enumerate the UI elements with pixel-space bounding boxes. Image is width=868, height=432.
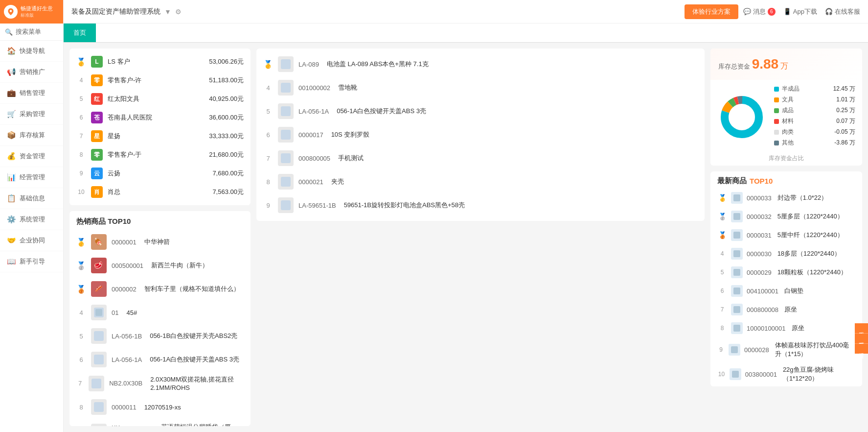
svg-rect-22 (731, 346, 738, 353)
middle-column: 🥇 LA-089 电池盖 LA-089 ABS本色+黑种 7.1克 4 0010… (256, 48, 705, 426)
np-img (731, 229, 743, 241)
svg-rect-19 (733, 288, 740, 294)
legend-item-other: 其他 -3.86 万 (774, 139, 855, 147)
float-btn-service[interactable]: 客服热线 (855, 323, 868, 334)
legend-item-meat: 肉类 -0.05 万 (774, 128, 855, 136)
sidebar-item-collab[interactable]: 🤝 企业协同 (0, 230, 63, 251)
product-image: 🥩 (91, 258, 107, 273)
list-item: 9 LA-59651-1B 59651-1B旋转投影灯电池盒ABS黑色+58壳 (256, 193, 705, 217)
svg-point-0 (10, 10, 12, 12)
table-row: 9 云 云扬 7,680.00元 (69, 164, 251, 183)
product-placeholder (278, 103, 294, 119)
svg-rect-23 (732, 371, 739, 378)
svg-rect-7 (95, 309, 102, 316)
message-action[interactable]: 💬 消息 6 (743, 7, 776, 16)
svg-text:🥩: 🥩 (94, 261, 103, 269)
svg-rect-17 (733, 250, 740, 257)
settings-icon[interactable]: ⚙ (175, 8, 182, 16)
customer-badge: 星 (91, 130, 103, 142)
logo-icon (4, 5, 18, 19)
list-item: 7 NB2.0X30B 2.0X30MM双搓花轴,搓花直径2.1MM/ROHS (69, 371, 251, 395)
sidebar: 畅捷通好生意 标准版 🔍 搜索菜单 🏠 快捷导航 📢 营销推广 💼 销售管理 🛒… (0, 0, 64, 432)
sidebar-item-system[interactable]: ⚙️ 系统管理 (0, 209, 63, 230)
float-buttons: 客服热线 服务社区 直播 (855, 323, 868, 354)
sidebar-item-basics[interactable]: 📋 基础信息 (0, 188, 63, 209)
hot-products-card: 热销商品 TOP10 🥇 🍖 0000001 中华神箭 🥈 🥩 (69, 211, 251, 426)
sidebar-item-operations[interactable]: 📊 经营管理 (0, 167, 63, 188)
np-img (731, 211, 743, 222)
list-item: 9 0000028 体帧嘉枝味苏打饮品400毫升（1*15） (710, 337, 862, 362)
product-rank-card: 🥇 LA-089 电池盖 LA-089 ABS本色+黑种 7.1克 4 0010… (256, 48, 705, 221)
product-image: 🍖 (91, 234, 107, 250)
sales-icon: 💼 (7, 89, 16, 97)
customer-badge: 红 (91, 93, 103, 105)
customer-badge: 苍 (91, 112, 103, 123)
dropdown-icon[interactable]: ▼ (164, 8, 171, 16)
np-img (731, 304, 743, 315)
svg-rect-15 (733, 213, 740, 220)
customer-rank-list: 🥇 L LS 客户 53,006.26元 4 零 零售客户-许 51,183.0… (69, 48, 251, 205)
list-item: 🥇 LA-089 电池盖 LA-089 ABS本色+黑种 7.1克 (256, 52, 705, 76)
headset-icon: 🎧 (825, 8, 833, 15)
main-content: 装备及固定资产辅助管理系统 ▼ ⚙ 体验行业方案 💬 消息 6 📱 App下载 … (64, 0, 868, 432)
list-item: 4 0000030 18多层（1220*2440） (710, 244, 862, 263)
svg-rect-14 (733, 194, 740, 201)
svg-point-13 (730, 105, 754, 129)
product-image: 🥓 (91, 281, 107, 297)
svg-rect-16 (733, 232, 740, 239)
sidebar-item-finance[interactable]: 💰 资金管理 (0, 146, 63, 167)
logo-text: 畅捷通好生意 标准版 (21, 5, 53, 18)
sidebar-nav: 🏠 快捷导航 📢 营销推广 💼 销售管理 🛒 采购管理 📦 库存核算 💰 资金管… (0, 41, 63, 272)
table-row: 4 零 零售客户-许 51,183.00元 (69, 71, 251, 90)
sidebar-item-guide[interactable]: 📖 新手引导 (0, 251, 63, 272)
svg-rect-21 (733, 325, 740, 332)
float-btn-community[interactable]: 服务社区 (855, 334, 868, 344)
purchase-icon: 🛒 (7, 110, 16, 119)
list-item: 9 KK-SD22110H 花语萌恒温分腿睡袋（厚款） (69, 419, 251, 426)
legend-item-finished: 成品 0.25 万 (774, 106, 855, 115)
table-row: 8 零 零售客户-于 21,680.00元 (69, 145, 251, 164)
inventory-icon: 📦 (7, 131, 16, 140)
np-img (731, 248, 743, 260)
app-download-action[interactable]: 📱 App下载 (783, 7, 817, 16)
product-placeholder (278, 174, 294, 190)
list-item: 6 004100001 白钢垫 (710, 282, 862, 300)
sidebar-item-purchase[interactable]: 🛒 采购管理 (0, 104, 63, 125)
list-item: 10 003800001 22g鱼豆腐-烧烤味（1*12*20） (710, 362, 862, 386)
legend-item-material: 材料 0.07 万 (774, 117, 855, 125)
search-menu[interactable]: 🔍 搜索菜单 (0, 24, 63, 41)
table-row: 7 星 星扬 33,333.00元 (69, 127, 251, 145)
home-icon: 🏠 (7, 47, 16, 55)
sidebar-item-marketing[interactable]: 📢 营销推广 (0, 62, 63, 83)
guide-icon: 📖 (7, 257, 16, 266)
product-placeholder (278, 56, 294, 72)
product-placeholder (89, 376, 104, 391)
product-placeholder (278, 80, 294, 96)
new-products-card: 最新商品 TOP10 🥇 0000033 封边带（1.0*22） 🥈 00000… (710, 171, 862, 386)
float-btn-live[interactable]: 直播 (855, 344, 868, 354)
page-tabs: 首页 (64, 24, 868, 43)
operations-icon: 📊 (7, 173, 16, 182)
new-products-title: 最新商品 TOP10 (710, 171, 862, 189)
content-area: 🥇 L LS 客户 53,006.26元 4 零 零售客户-许 51,183.0… (64, 43, 868, 432)
list-item: 🥈 0000032 5厘多层（1220*2440） (710, 207, 862, 226)
np-img (731, 285, 743, 297)
product-placeholder (91, 305, 107, 320)
sidebar-item-quicknav[interactable]: 🏠 快捷导航 (0, 41, 63, 62)
list-item: 8 10000100001 原坐 (710, 319, 862, 337)
sidebar-item-inventory[interactable]: 📦 库存核算 (0, 125, 63, 146)
basics-icon: 📋 (7, 194, 16, 203)
legend-item-semifinished: 半成品 12.45 万 (774, 85, 855, 93)
trial-button[interactable]: 体验行业方案 (685, 4, 738, 19)
product-placeholder (91, 352, 107, 367)
list-item: 🥈 🥩 000500001 新西兰牛肉（新牛） (69, 254, 251, 277)
sidebar-item-sales[interactable]: 💼 销售管理 (0, 83, 63, 104)
list-item: 7 000800005 手机测试 (256, 146, 705, 170)
medal-gold-icon: 🥇 (76, 57, 86, 67)
customer-badge: 肖 (91, 186, 103, 198)
tab-home[interactable]: 首页 (64, 24, 96, 42)
list-item: 8 0000021 夹壳 (256, 170, 705, 193)
svg-text:🍖: 🍖 (94, 238, 103, 246)
list-item: 5 LA-056-1A 056-1A白色按键开关盖ABS 3壳 (256, 99, 705, 123)
online-service-action[interactable]: 🎧 在线客服 (825, 7, 860, 16)
